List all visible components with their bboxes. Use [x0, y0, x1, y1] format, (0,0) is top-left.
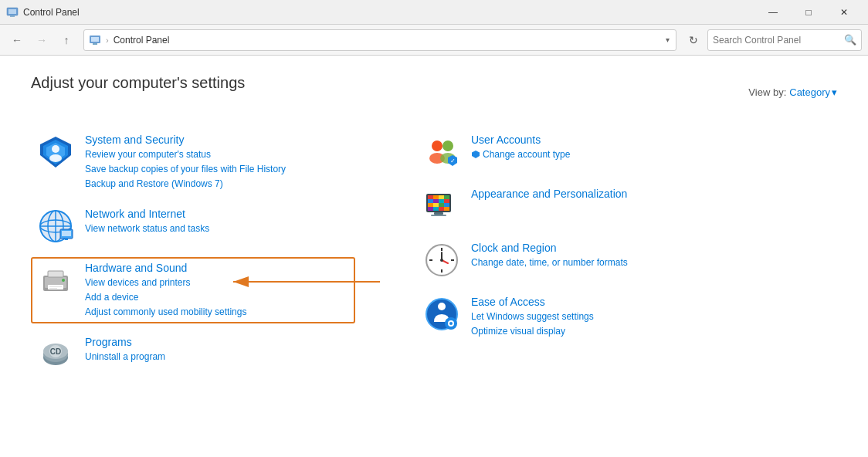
app-icon — [6, 6, 19, 19]
hardware-link-1[interactable]: Add a device — [85, 290, 349, 304]
category-hardware-sound[interactable]: Hardware and Sound View devices and prin… — [31, 257, 355, 323]
svg-rect-49 — [444, 199, 449, 203]
svg-rect-18 — [62, 231, 71, 236]
titlebar: Control Panel — □ ✕ — [0, 0, 868, 25]
svg-rect-42 — [428, 195, 433, 199]
svg-marker-39 — [472, 151, 480, 158]
search-input[interactable] — [713, 35, 844, 46]
navbar: ← → ↑ › Control Panel ▾ ↻ 🔍 — [0, 25, 868, 56]
shield-small-icon — [471, 150, 480, 159]
svg-rect-44 — [439, 195, 444, 199]
appearance-title[interactable]: Appearance and Personalization — [471, 188, 735, 200]
svg-text:CD: CD — [50, 347, 61, 356]
programs-icon: CD — [37, 336, 74, 373]
ease-access-title[interactable]: Ease of Access — [471, 296, 735, 308]
svg-rect-59 — [431, 215, 446, 216]
svg-rect-4 — [91, 37, 99, 42]
svg-rect-1 — [8, 9, 16, 14]
svg-point-33 — [432, 140, 442, 151]
system-link-2[interactable]: Backup and Restore (Windows 7) — [85, 177, 349, 191]
maximize-button[interactable]: □ — [791, 0, 826, 25]
ease-link-1[interactable]: Optimize visual display — [471, 324, 735, 338]
svg-point-71 — [438, 303, 446, 310]
search-button[interactable]: 🔍 — [844, 34, 856, 46]
svg-rect-55 — [433, 207, 439, 211]
svg-text:✓: ✓ — [450, 157, 456, 164]
hardware-title[interactable]: Hardware and Sound — [85, 262, 349, 274]
programs-link-0[interactable]: Uninstall a program — [85, 350, 349, 364]
network-title[interactable]: Network and Internet — [85, 208, 349, 220]
network-icon — [37, 208, 74, 245]
category-system-security[interactable]: System and Security Review your computer… — [31, 129, 355, 195]
system-security-title[interactable]: System and Security — [85, 134, 349, 146]
hardware-icon — [37, 262, 74, 299]
category-programs[interactable]: CD Programs Uninstall a program — [31, 331, 355, 377]
svg-rect-46 — [428, 199, 433, 203]
svg-point-68 — [440, 259, 443, 262]
svg-rect-51 — [433, 203, 439, 207]
refresh-button[interactable]: ↻ — [683, 29, 704, 51]
category-user-accounts[interactable]: ✓ User Accounts Change account type — [417, 129, 741, 175]
appearance-icon — [423, 188, 460, 225]
view-by-label: View by: — [748, 86, 786, 98]
svg-rect-43 — [433, 195, 439, 199]
ease-access-icon — [423, 296, 460, 333]
address-text: Control Panel — [114, 35, 661, 46]
system-link-1[interactable]: Save backup copies of your files with Fi… — [85, 162, 349, 176]
svg-rect-58 — [434, 212, 443, 215]
clock-link-0[interactable]: Change date, time, or number formats — [471, 256, 735, 269]
titlebar-title: Control Panel — [23, 7, 755, 18]
clock-icon — [423, 242, 460, 279]
svg-rect-56 — [439, 207, 444, 211]
system-link-0[interactable]: Review your computer's status — [85, 147, 349, 161]
up-button[interactable]: ↑ — [56, 29, 77, 51]
chevron-down-icon: ▾ — [832, 86, 837, 98]
system-security-icon — [37, 134, 74, 171]
svg-rect-53 — [444, 203, 449, 207]
minimize-button[interactable]: — — [755, 0, 791, 25]
svg-point-26 — [62, 279, 65, 282]
svg-rect-25 — [49, 288, 57, 289]
svg-point-9 — [52, 145, 59, 153]
category-clock[interactable]: Clock and Region Change date, time, or n… — [417, 237, 741, 283]
user-link-0[interactable]: Change account type — [483, 147, 570, 161]
hardware-link-2[interactable]: Adjust commonly used mobility settings — [85, 305, 349, 319]
category-ease-access[interactable]: Ease of Access Let Windows suggest setti… — [417, 291, 741, 343]
hardware-link-0[interactable]: View devices and printers — [85, 276, 349, 289]
ease-link-0[interactable]: Let Windows suggest settings — [471, 310, 735, 323]
window-controls: — □ ✕ — [755, 0, 862, 25]
svg-rect-48 — [439, 199, 444, 203]
page-title: Adjust your computer's settings — [31, 74, 245, 92]
svg-rect-5 — [93, 43, 97, 45]
svg-point-35 — [442, 140, 453, 151]
address-bar[interactable]: › Control Panel ▾ — [83, 29, 676, 51]
network-link-0[interactable]: View network status and tasks — [85, 222, 349, 235]
search-box[interactable]: 🔍 — [707, 29, 862, 51]
svg-rect-50 — [428, 203, 433, 207]
right-categories: ✓ User Accounts Change account type — [417, 129, 741, 377]
svg-rect-22 — [48, 271, 63, 277]
svg-rect-2 — [10, 15, 15, 17]
svg-rect-52 — [439, 203, 444, 207]
forward-button[interactable]: → — [31, 29, 53, 51]
address-icon — [89, 34, 101, 46]
user-accounts-title[interactable]: User Accounts — [471, 134, 735, 146]
svg-point-74 — [449, 322, 453, 325]
back-button[interactable]: ← — [6, 29, 28, 51]
category-network[interactable]: Network and Internet View network status… — [31, 203, 355, 249]
svg-rect-24 — [49, 286, 62, 287]
svg-rect-47 — [433, 199, 439, 203]
svg-rect-57 — [444, 207, 449, 211]
user-accounts-icon: ✓ — [423, 134, 460, 171]
address-dropdown-button[interactable]: ▾ — [664, 36, 671, 44]
svg-point-10 — [49, 154, 62, 162]
close-button[interactable]: ✕ — [826, 0, 862, 25]
left-categories: System and Security Review your computer… — [31, 129, 355, 377]
category-appearance[interactable]: Appearance and Personalization — [417, 183, 741, 229]
programs-title[interactable]: Programs — [85, 336, 349, 348]
view-by-value[interactable]: Category ▾ — [789, 86, 837, 98]
svg-rect-54 — [428, 207, 433, 211]
clock-title[interactable]: Clock and Region — [471, 242, 735, 254]
main-content: Adjust your computer's settings View by:… — [0, 56, 868, 457]
svg-rect-45 — [444, 195, 449, 199]
